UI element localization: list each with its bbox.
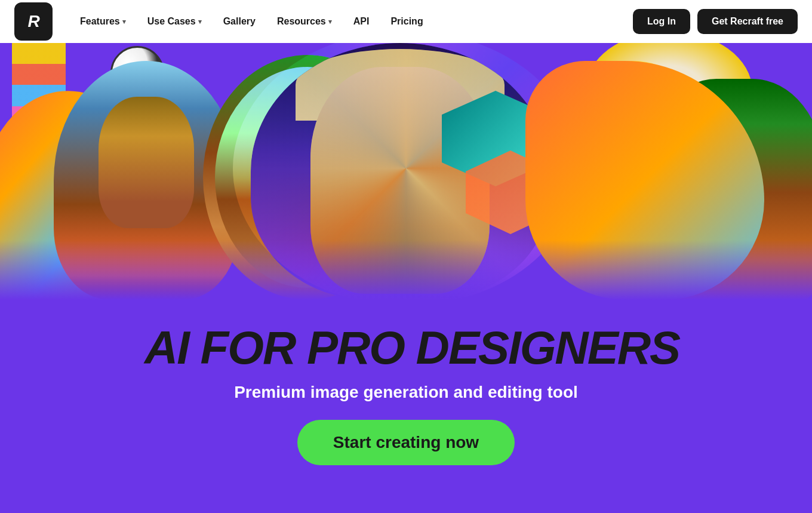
chevron-down-icon: ▾ — [122, 18, 126, 26]
get-recraft-free-button[interactable]: Get Recraft free — [697, 9, 798, 34]
login-button[interactable]: Log In — [633, 9, 690, 34]
navbar: R Features ▾ Use Cases ▾ Gallery Resourc… — [0, 0, 812, 43]
nav-use-cases-label: Use Cases — [147, 16, 196, 27]
collage-inner — [0, 43, 812, 300]
nav-item-pricing[interactable]: Pricing — [382, 11, 431, 32]
logo-text: R — [27, 12, 39, 31]
nav-item-resources[interactable]: Resources ▾ — [269, 11, 340, 32]
hero-subtitle: Premium image generation and editing too… — [234, 383, 578, 402]
nav-pricing-label: Pricing — [390, 16, 423, 27]
logo[interactable]: R — [14, 2, 53, 41]
nav-links: Features ▾ Use Cases ▾ Gallery Resources… — [72, 11, 633, 32]
bottom-fade — [0, 240, 812, 300]
chevron-down-icon-2: ▾ — [198, 18, 202, 26]
nav-api-label: API — [353, 16, 370, 27]
athlete-face — [99, 97, 194, 228]
nav-item-use-cases[interactable]: Use Cases ▾ — [139, 11, 210, 32]
nav-actions: Log In Get Recraft free — [633, 9, 798, 34]
start-creating-button[interactable]: Start creating now — [297, 420, 515, 465]
nav-item-gallery[interactable]: Gallery — [215, 11, 264, 32]
nav-item-api[interactable]: API — [345, 11, 378, 32]
nav-resources-label: Resources — [277, 16, 326, 27]
hero-collage — [0, 43, 812, 300]
hero-title: AI FOR PRO DESIGNERS — [0, 324, 812, 371]
chevron-down-icon-3: ▾ — [328, 18, 332, 26]
hero-text-section: AI FOR PRO DESIGNERS Premium image gener… — [0, 300, 812, 513]
hero-section: AI FOR PRO DESIGNERS Premium image gener… — [0, 43, 812, 513]
nav-item-features[interactable]: Features ▾ — [72, 11, 134, 32]
nav-features-label: Features — [80, 16, 120, 27]
nav-gallery-label: Gallery — [223, 16, 256, 27]
